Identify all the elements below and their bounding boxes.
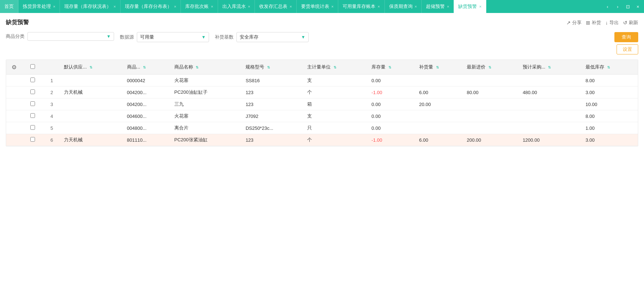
tab-batch-account[interactable]: 库存批次账 × — [181, 0, 218, 13]
column-settings-icon[interactable]: ⚙ — [10, 63, 18, 71]
export-label: 导出 — [609, 19, 619, 26]
tab-overstock-label: 超储预警 — [426, 3, 445, 10]
th-stock[interactable]: 库存量 ⇅ — [368, 60, 415, 75]
tab-overstock-close[interactable]: × — [447, 4, 449, 9]
close-window-button[interactable]: × — [633, 2, 643, 11]
th-unit[interactable]: 主计量单位 ⇅ — [304, 60, 368, 75]
tab-abnormal-close[interactable]: × — [53, 4, 55, 9]
row-checkbox[interactable] — [30, 125, 35, 130]
row-settings-cell — [6, 87, 22, 98]
th-latest-price[interactable]: 最新进价 ⇅ — [463, 60, 519, 75]
tab-inout-flow[interactable]: 出入库流水 × — [218, 0, 255, 13]
row-min-stock: 3.00 — [582, 134, 638, 146]
row-checkbox[interactable] — [30, 101, 35, 106]
category-select[interactable]: ▼ — [27, 32, 114, 41]
row-checkbox-cell[interactable] — [22, 98, 43, 110]
row-unit: 个 — [304, 134, 368, 146]
table-row: 1 0000042 火花塞 SS816 支 0.00 8.00 — [6, 75, 638, 87]
replenish-action[interactable]: ⊞ 补货 — [586, 19, 601, 26]
th-spec[interactable]: 规格型号 ⇅ — [242, 60, 304, 75]
row-replenish: 6.00 — [415, 134, 463, 146]
th-replenish[interactable]: 补货量 ⇅ — [415, 60, 463, 75]
row-checkbox-cell[interactable] — [22, 75, 43, 87]
close-window-icon: × — [636, 4, 639, 9]
tab-overstock[interactable]: 超储预警 × — [422, 0, 454, 13]
tab-shortage-close[interactable]: × — [479, 4, 481, 9]
min-stock-sort-icon: ⇅ — [607, 65, 610, 69]
tab-expiry-close[interactable]: × — [415, 4, 417, 9]
row-product-code: 801110... — [123, 134, 171, 146]
tab-stock-dist-close[interactable]: × — [174, 4, 176, 9]
tab-receive-summary-close[interactable]: × — [290, 4, 292, 9]
row-unit: 只 — [304, 122, 368, 134]
row-checkbox-cell[interactable] — [22, 122, 43, 134]
prev-tab-button[interactable]: ‹ — [603, 2, 612, 11]
replenish-sort-icon: ⇅ — [436, 65, 439, 69]
th-est-purchase-label: 预计采购... — [523, 64, 545, 70]
refresh-icon: ↺ — [623, 20, 627, 26]
row-latest-price — [463, 75, 519, 87]
tab-shortage[interactable]: 缺货预警 × — [454, 0, 486, 13]
tab-abnormal[interactable]: 拣货异常处理 × — [18, 0, 60, 13]
tab-home[interactable]: 首页 — [0, 0, 18, 13]
row-unit: 支 — [304, 75, 368, 87]
row-replenish — [415, 122, 463, 134]
tab-batch-account-close[interactable]: × — [211, 4, 213, 9]
row-checkbox-cell[interactable] — [22, 87, 43, 98]
row-checkbox-cell[interactable] — [22, 134, 43, 146]
export-action[interactable]: ↓ 导出 — [605, 19, 619, 26]
unit-sort-icon: ⇅ — [334, 65, 336, 69]
row-replenish: 20.00 — [415, 98, 463, 110]
row-checkbox[interactable] — [30, 137, 35, 142]
th-min-stock[interactable]: 最低库存 ⇅ — [582, 60, 638, 75]
tab-receive-summary[interactable]: 收发存汇总表 × — [255, 0, 296, 13]
tab-available-ledger[interactable]: 可用量库存账本 × — [338, 0, 384, 13]
table-row: 4 004600... 火花塞 J7092 支 0.00 8.00 — [6, 110, 638, 122]
est-purchase-sort-icon: ⇅ — [548, 65, 551, 69]
row-product-code: 004200... — [123, 87, 171, 98]
replenish-base-select-value: 安全库存 — [240, 34, 258, 40]
th-product-code[interactable]: 商品... ⇅ — [123, 60, 171, 75]
tab-demand-stat-close[interactable]: × — [331, 4, 334, 9]
tab-demand-stat[interactable]: 要货单统计表 × — [297, 0, 338, 13]
row-spec: J7092 — [242, 110, 304, 122]
row-checkbox[interactable] — [30, 78, 35, 82]
row-checkbox[interactable] — [30, 113, 35, 118]
share-action[interactable]: ↗ 分享 — [566, 19, 582, 26]
row-stock: 0.00 — [368, 98, 415, 110]
row-est-purchase — [519, 98, 582, 110]
refresh-action[interactable]: ↺ 刷新 — [623, 19, 638, 26]
tab-stock-dist[interactable]: 现存量（库存分布表） × — [121, 0, 181, 13]
replenish-base-select[interactable]: 安全库存 ▼ — [236, 32, 309, 42]
tab-home-label: 首页 — [4, 3, 14, 10]
th-product-code-label: 商品... — [127, 64, 140, 70]
select-all-checkbox[interactable] — [30, 64, 35, 69]
settings-button[interactable]: 设置 — [617, 44, 638, 54]
table-header-row: ⚙ 默认供应... ⇅ 商品... ⇅ 商品名称 — [6, 60, 638, 75]
next-tab-button[interactable]: › — [613, 2, 622, 11]
query-button[interactable]: 查询 — [614, 32, 638, 42]
tab-stock-status-close[interactable]: × — [113, 4, 116, 9]
row-product-code: 004800... — [123, 122, 171, 134]
th-est-purchase[interactable]: 预计采购... ⇅ — [519, 60, 582, 75]
row-checkbox-cell[interactable] — [22, 110, 43, 122]
data-table-container: ⚙ 默认供应... ⇅ 商品... ⇅ 商品名称 — [6, 59, 638, 146]
product-name-sort-icon: ⇅ — [196, 65, 199, 69]
row-supplier — [60, 98, 123, 110]
tab-inout-flow-close[interactable]: × — [248, 4, 250, 9]
tab-available-ledger-close[interactable]: × — [378, 4, 380, 9]
row-min-stock: 8.00 — [582, 75, 638, 87]
th-min-stock-label: 最低库存 — [586, 64, 604, 70]
main-content: 缺货预警 ↗ 分享 ⊞ 补货 ↓ 导出 ↺ 刷新 商品分类 — [0, 13, 644, 287]
row-checkbox[interactable] — [30, 89, 35, 94]
tab-stock-status[interactable]: 现存量（库存状况表） × — [60, 0, 120, 13]
th-product-name[interactable]: 商品名称 ⇅ — [171, 60, 242, 75]
restore-button[interactable]: ⊡ — [623, 2, 632, 11]
tab-expiry[interactable]: 保质期查询 × — [385, 0, 422, 13]
datasource-select-arrow: ▼ — [201, 35, 206, 40]
row-stock: 0.00 — [368, 122, 415, 134]
datasource-select[interactable]: 可用量 ▼ — [137, 32, 209, 42]
row-num: 1 — [43, 75, 60, 87]
row-settings-cell — [6, 134, 22, 146]
th-supplier[interactable]: 默认供应... ⇅ — [60, 60, 123, 75]
